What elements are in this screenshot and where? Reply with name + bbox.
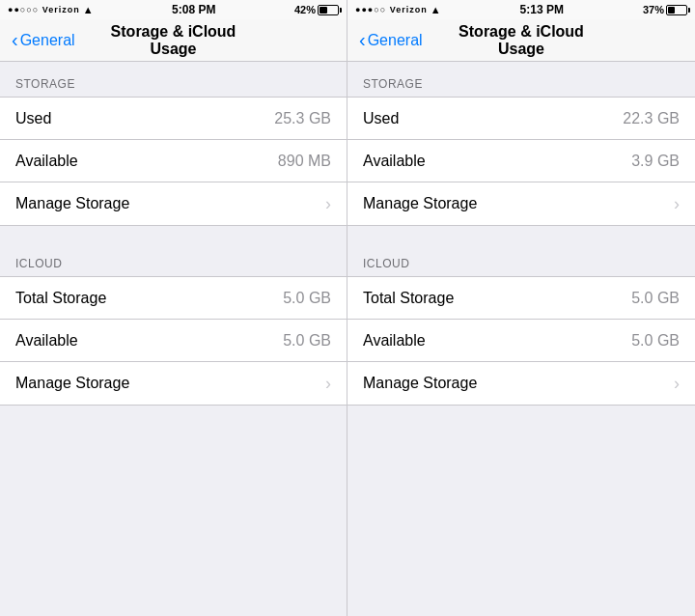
- storage-section-header: STORAGE: [348, 62, 695, 97]
- storage-row-right-0: 25.3 GB: [274, 110, 331, 127]
- icloud-section-header: ICLOUD: [348, 241, 695, 276]
- status-time: 5:13 PM: [520, 3, 564, 16]
- storage-row-label-0: Used: [15, 110, 51, 127]
- nav-title: Storage & iCloud Usage: [434, 23, 608, 58]
- status-bar: ●●●○○ Verizon ▲ 5:13 PM 37%: [348, 0, 695, 19]
- signal-icon: ●●●○○ Verizon: [355, 5, 428, 14]
- status-time: 5:08 PM: [172, 3, 215, 16]
- storage-row-1: Available 3.9 GB: [348, 140, 695, 182]
- chevron-icon-icloud-2: ›: [325, 374, 331, 394]
- icloud-row-label-0: Total Storage: [15, 290, 106, 307]
- panel-right: ●●●○○ Verizon ▲ 5:13 PM 37% ‹ General St…: [348, 0, 695, 616]
- storage-row-label-0: Used: [363, 110, 399, 127]
- icloud-row-value-0: 5.0 GB: [631, 290, 680, 307]
- signal-icon: ●●○○○ Verizon: [8, 5, 80, 14]
- storage-row-value-0: 25.3 GB: [274, 110, 331, 127]
- storage-row-right-2: ›: [668, 194, 680, 214]
- storage-row-2[interactable]: Manage Storage ›: [0, 182, 347, 225]
- icloud-row-right-2: ›: [668, 374, 680, 394]
- back-button[interactable]: ‹ General: [12, 31, 75, 49]
- storage-row-0: Used 25.3 GB: [0, 98, 347, 140]
- status-left: ●●○○○ Verizon ▲: [8, 4, 94, 15]
- spacer-1: [0, 226, 347, 241]
- icloud-row-value-1: 5.0 GB: [283, 332, 331, 350]
- chevron-icon-storage-2: ›: [325, 194, 331, 214]
- battery-box: [666, 5, 687, 15]
- chevron-icon-icloud-2: ›: [674, 374, 680, 394]
- icloud-row-label-2: Manage Storage: [363, 375, 477, 392]
- icloud-row-label-1: Available: [15, 332, 78, 350]
- wifi-icon: ▲: [83, 4, 94, 15]
- battery-fill: [668, 7, 675, 14]
- storage-table: Used 25.3 GB Available 890 MB Manage Sto…: [0, 97, 347, 226]
- icloud-row-value-0: 5.0 GB: [283, 290, 331, 307]
- icloud-row-right-0: 5.0 GB: [283, 290, 331, 307]
- icloud-row-label-1: Available: [363, 332, 426, 350]
- icloud-row-label-0: Total Storage: [363, 290, 454, 307]
- battery-icon: 42%: [294, 4, 339, 15]
- storage-section-header: STORAGE: [0, 62, 347, 97]
- icloud-table: Total Storage 5.0 GB Available 5.0 GB Ma…: [0, 276, 347, 406]
- storage-row-label-1: Available: [363, 153, 426, 170]
- storage-row-right-2: ›: [320, 194, 331, 214]
- panel-left: ●●○○○ Verizon ▲ 5:08 PM 42% ‹ General St…: [0, 0, 348, 616]
- storage-row-right-1: 3.9 GB: [631, 153, 680, 170]
- icloud-row-0: Total Storage 5.0 GB: [0, 277, 347, 320]
- status-right: 42%: [294, 4, 339, 15]
- status-right: 37%: [643, 4, 687, 15]
- storage-row-value-1: 890 MB: [278, 153, 331, 170]
- back-label: General: [20, 32, 75, 49]
- storage-row-2[interactable]: Manage Storage ›: [348, 182, 695, 225]
- icloud-table: Total Storage 5.0 GB Available 5.0 GB Ma…: [348, 276, 695, 406]
- battery-percent: 37%: [643, 4, 664, 15]
- status-left: ●●●○○ Verizon ▲: [355, 4, 441, 15]
- back-chevron-icon: ‹: [12, 30, 18, 49]
- wifi-icon: ▲: [431, 4, 441, 15]
- storage-row-value-1: 3.9 GB: [631, 153, 680, 170]
- icloud-row-1: Available 5.0 GB: [348, 320, 695, 362]
- icloud-row-2[interactable]: Manage Storage ›: [348, 362, 695, 405]
- storage-row-0: Used 22.3 GB: [348, 98, 695, 140]
- back-chevron-icon: ‹: [359, 30, 366, 49]
- storage-row-label-2: Manage Storage: [363, 195, 477, 212]
- nav-bar: ‹ General Storage & iCloud Usage: [348, 19, 695, 62]
- icloud-row-right-0: 5.0 GB: [631, 290, 680, 307]
- battery-box: [318, 5, 339, 15]
- storage-table: Used 22.3 GB Available 3.9 GB Manage Sto…: [348, 97, 695, 226]
- battery-fill: [320, 7, 327, 14]
- icloud-row-1: Available 5.0 GB: [0, 320, 347, 362]
- storage-row-right-0: 22.3 GB: [623, 110, 680, 127]
- nav-bar: ‹ General Storage & iCloud Usage: [0, 19, 347, 62]
- icloud-row-right-2: ›: [320, 374, 331, 394]
- icloud-row-value-1: 5.0 GB: [631, 332, 680, 350]
- icloud-row-label-2: Manage Storage: [15, 375, 129, 392]
- back-button[interactable]: ‹ General: [359, 31, 423, 49]
- storage-row-label-1: Available: [15, 153, 78, 170]
- content-area: STORAGE Used 25.3 GB Available 890 MB Ma…: [0, 62, 347, 616]
- icloud-row-2[interactable]: Manage Storage ›: [0, 362, 347, 405]
- storage-row-value-0: 22.3 GB: [623, 110, 680, 127]
- icloud-row-right-1: 5.0 GB: [631, 332, 680, 350]
- content-area: STORAGE Used 22.3 GB Available 3.9 GB Ma…: [348, 62, 695, 616]
- storage-row-label-2: Manage Storage: [15, 195, 129, 212]
- spacer-1: [348, 226, 695, 241]
- status-bar: ●●○○○ Verizon ▲ 5:08 PM 42%: [0, 0, 347, 19]
- storage-row-1: Available 890 MB: [0, 140, 347, 182]
- storage-row-right-1: 890 MB: [278, 153, 331, 170]
- icloud-row-right-1: 5.0 GB: [283, 332, 331, 350]
- icloud-row-0: Total Storage 5.0 GB: [348, 277, 695, 320]
- back-label: General: [368, 32, 423, 49]
- chevron-icon-storage-2: ›: [674, 194, 680, 214]
- battery-percent: 42%: [294, 4, 316, 15]
- nav-title: Storage & iCloud Usage: [87, 23, 261, 58]
- battery-icon: 37%: [643, 4, 687, 15]
- icloud-section-header: ICLOUD: [0, 241, 347, 276]
